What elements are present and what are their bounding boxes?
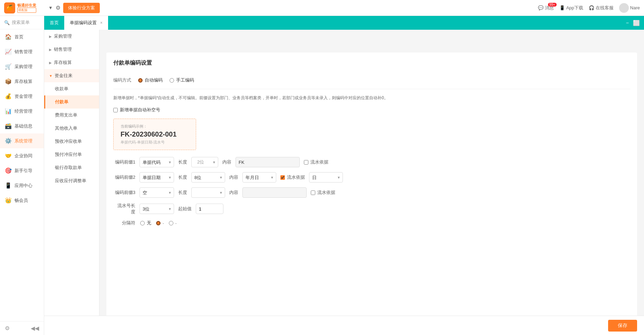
manual-encode-radio[interactable] — [170, 78, 174, 83]
menu-group-inventory[interactable]: ▶ 库存核算 — [44, 56, 99, 69]
sep-none-label: 无 — [147, 220, 151, 226]
content3-input — [242, 187, 307, 198]
watermark3-checkbox[interactable] — [311, 190, 315, 195]
phone-icon: 📱 — [559, 5, 565, 10]
settings-icon[interactable]: ⚙ — [56, 4, 60, 11]
app-download-label: App下载 — [566, 5, 583, 11]
content2-select-wrapper[interactable]: 年月日 年月 年 ▼ — [242, 172, 276, 183]
online-service-area[interactable]: 🎧 在线客服 — [589, 5, 614, 11]
sep-dot2-option[interactable]: · — [169, 221, 177, 226]
system-icon: ⚙️ — [5, 138, 12, 144]
sidebar-item-finance[interactable]: 💰 资金管理 — [0, 89, 44, 104]
sidebar-item-purchase[interactable]: 🛒 采购管理 — [0, 59, 44, 74]
tab-close-icon[interactable]: × — [100, 20, 103, 25]
sidebar-item-system[interactable]: ⚙️ 系统管理 — [0, 133, 44, 148]
prefix2-select-wrapper[interactable]: 单据日期 单据代码 部门 业务员 空 ▼ — [140, 172, 174, 183]
submenu-prepay-receive[interactable]: 预收冲应收单 — [44, 135, 99, 148]
tab-minimize-btn[interactable]: － — [625, 19, 630, 27]
length2-select[interactable]: 8位 4位 6位 — [194, 175, 222, 180]
page-title: 付款单编码设置 — [113, 59, 630, 67]
prefix3-select-wrapper[interactable]: 空 单据代码 单据日期 部门 业务员 ▼ — [140, 187, 174, 198]
watermark1-label: 流水依据 — [310, 159, 328, 165]
inventory-icon: 📦 — [5, 78, 12, 85]
auto-encode-option[interactable]: 自动编码 — [138, 77, 163, 83]
logo-badge: 搭配版 — [17, 8, 36, 13]
member-icon: 👑 — [5, 197, 12, 204]
separator-row: 分隔符 无 · · — [113, 220, 630, 226]
app-download-area[interactable]: 📱 App下载 — [559, 5, 583, 11]
sidebar-item-member[interactable]: 👑 畅会员 — [0, 193, 44, 208]
start-value-input[interactable] — [196, 204, 223, 214]
sub-menu-capital: 收款单 付款单 费用支出单 其他收入单 预收冲应收单 预付冲应付单 银行存取款单… — [44, 82, 99, 187]
bottom-bar: 保存 — [44, 316, 644, 335]
day-select-wrapper[interactable]: 日 月 年 ▼ — [309, 172, 343, 183]
sep-dot1-radio[interactable] — [156, 221, 161, 225]
search-menu-label: 搜索菜单 — [12, 19, 30, 26]
auto-encode-radio[interactable] — [138, 78, 143, 83]
submenu-receipt[interactable]: 收款单 — [44, 82, 99, 95]
tab-maximize-btn[interactable]: ⬜ — [633, 20, 640, 26]
autofill-checkbox[interactable] — [113, 108, 118, 112]
submenu-other-income[interactable]: 其他收入单 — [44, 122, 99, 135]
submenu-prepay-receive-label: 预收冲应收单 — [55, 139, 82, 144]
prefix3-select[interactable]: 空 单据代码 单据日期 部门 业务员 — [143, 190, 170, 195]
sidebar-item-enterprise[interactable]: 🤝 企业协同 — [0, 148, 44, 163]
prefix1-row: 编码前缀1 单据代码 单据日期 部门 业务员 空 ▼ 长度 ▼ 内容 — [113, 157, 630, 167]
settings-footer-icon[interactable]: ⚙ — [5, 325, 10, 332]
sidebar-label-operations: 经营管理 — [15, 108, 32, 114]
submenu-bank-deposit[interactable]: 银行存取款单 — [44, 161, 99, 174]
sidebar-item-sales[interactable]: 📈 销售管理 — [0, 44, 44, 59]
operations-icon: 📊 — [5, 108, 12, 114]
submenu-payment[interactable]: 付款单 — [44, 95, 99, 109]
user-area[interactable]: Nare — [619, 3, 640, 13]
auto-encode-label: 自动编码 — [145, 77, 163, 83]
sep-none-radio[interactable] — [140, 221, 145, 225]
collapse-icon[interactable]: ◀◀ — [31, 325, 39, 332]
submenu-expense[interactable]: 费用支出单 — [44, 109, 99, 122]
length2-select-wrapper[interactable]: 8位 4位 6位 ▼ — [191, 172, 225, 183]
search-menu[interactable]: 🔍 搜索菜单 — [0, 16, 44, 29]
sidebar-item-inventory[interactable]: 📦 库存核算 — [0, 74, 44, 89]
sep-dot1-option[interactable]: · — [156, 221, 164, 226]
watermark1-checkbox[interactable] — [304, 160, 308, 165]
trial-btn[interactable]: 体验行业方案 — [63, 3, 100, 13]
watermark2-checkbox[interactable] — [280, 175, 285, 180]
preview-box: 当前编码示例： FK-20230602-001 单据代码-单据日期-流水号 — [113, 119, 196, 150]
day-select[interactable]: 日 月 年 — [312, 175, 340, 180]
sidebar-label-newguide: 新手引导 — [15, 168, 32, 174]
length1-select-wrapper: ▼ — [191, 157, 218, 167]
sidebar-item-newguide[interactable]: 🎯 新手引导 — [0, 163, 44, 178]
prefix2-select[interactable]: 单据日期 单据代码 部门 业务员 空 — [143, 175, 170, 180]
dropdown-btn[interactable]: ▼ — [48, 5, 53, 10]
submenu-ap-adj[interactable]: 应收应付调整单 — [44, 174, 99, 187]
length3-select-wrapper[interactable]: ▼ — [191, 187, 225, 198]
sep-dot2-radio[interactable] — [169, 221, 173, 225]
length3-label: 长度 — [178, 189, 187, 196]
prefix1-select-wrapper[interactable]: 单据代码 单据日期 部门 业务员 空 ▼ — [140, 157, 174, 167]
sep-dot2-icon: · — [175, 221, 177, 226]
length3-select[interactable] — [194, 190, 222, 195]
serial-length-select-wrapper[interactable]: 3位 4位 5位 ▼ — [140, 204, 174, 214]
sidebar-item-operations[interactable]: 📊 经营管理 — [0, 104, 44, 119]
msg-area[interactable]: 💬 消息 99+ — [538, 5, 554, 11]
sidebar-label-member: 畅会员 — [15, 197, 28, 204]
save-button[interactable]: 保存 — [608, 320, 637, 332]
menu-group-capital[interactable]: ▼ 资金往来 — [44, 69, 99, 82]
content2-select[interactable]: 年月日 年月 年 — [246, 175, 273, 180]
submenu-prepay-pay[interactable]: 预付冲应付单 — [44, 148, 99, 161]
menu-group-sales[interactable]: ▶ 销售管理 — [44, 43, 99, 56]
tab-home-label: 首页 — [50, 20, 59, 26]
menu-group-purchase[interactable]: ▶ 采购管理 — [44, 30, 99, 43]
length2-label: 长度 — [178, 174, 187, 180]
sidebar-item-appcenter[interactable]: 📱 应用中心 — [0, 178, 44, 193]
prefix1-select[interactable]: 单据代码 单据日期 部门 业务员 空 — [143, 160, 170, 165]
basic-icon: 🗃️ — [5, 123, 12, 129]
serial-length-select[interactable]: 3位 4位 5位 — [143, 206, 170, 212]
manual-encode-option[interactable]: 手工编码 — [170, 77, 194, 83]
tab-encoding[interactable]: 单据编码设置 × — [64, 16, 108, 30]
sep-none-option[interactable]: 无 — [140, 220, 151, 226]
sidebar-item-home[interactable]: 🏠 首页 — [0, 29, 44, 44]
tab-home[interactable]: 首页 — [44, 16, 64, 30]
sidebar-item-basic[interactable]: 🗃️ 基础信息 — [0, 119, 44, 133]
logo-area: 🍊 畅通好生意 搭配版 — [4, 2, 46, 13]
